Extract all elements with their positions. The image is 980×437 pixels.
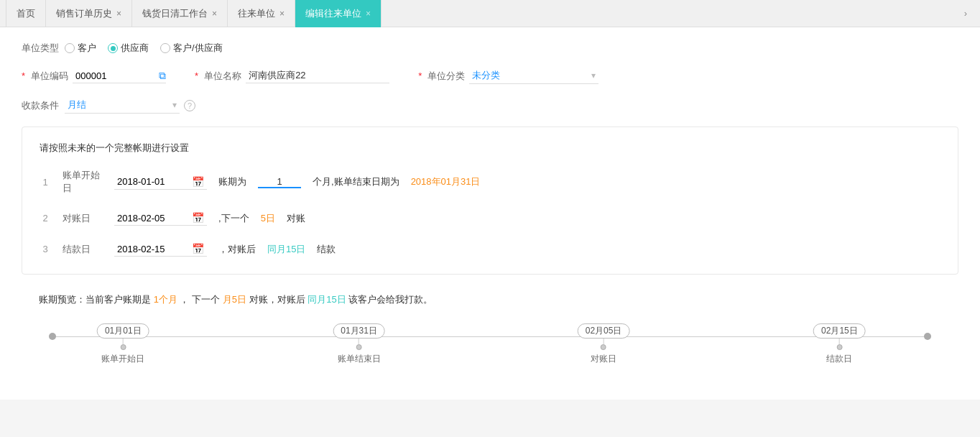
unit-category-value: 未分类	[472, 69, 591, 82]
tab-partner[interactable]: 往来单位 ×	[228, 0, 295, 27]
unit-type-radio-group: 客户 供应商 客户/供应商	[65, 42, 223, 55]
period-highlight-3: 同月15日	[267, 243, 305, 256]
period-label-3: 结款日	[63, 243, 103, 256]
tab-partner-close[interactable]: ×	[279, 9, 285, 19]
date-input-1: 📅	[114, 175, 207, 190]
period-desc-1-pre: 账期为	[218, 175, 246, 188]
calendar-icon-2[interactable]: 📅	[192, 212, 204, 224]
month-input[interactable]	[258, 176, 301, 188]
timeline-badge-4: 02月15日	[813, 323, 866, 339]
unit-name-field: * 单位名称	[195, 69, 389, 83]
preview-part2-pre: 下一个	[192, 294, 220, 305]
help-icon[interactable]: ?	[184, 100, 195, 111]
timeline-badge-2: 01月31日	[333, 323, 385, 339]
period-box: 请按照未来的一个完整帐期进行设置 1 账单开始日 📅 账期为 个月,账单结束日期…	[22, 126, 958, 275]
unit-category-arrow: ▾	[591, 70, 596, 80]
timeline-label-3: 对账日	[591, 353, 616, 365]
timeline-dot-3	[601, 344, 606, 350]
radio-customer[interactable]: 客户	[65, 42, 96, 55]
period-label-2: 对账日	[63, 212, 103, 225]
date-field-3[interactable]	[117, 244, 189, 254]
timeline-end-dot	[924, 333, 931, 340]
timeline-dot-4	[836, 344, 842, 350]
tab-more-button[interactable]: ›	[957, 8, 974, 19]
preview-label: 账期预览：当前客户账期是	[39, 294, 151, 305]
unit-code-input-wrap: ⧉	[73, 69, 166, 83]
date-field-2[interactable]	[117, 213, 189, 224]
period-num-1: 1	[40, 177, 51, 188]
preview-section: 账期预览：当前客户账期是 1个月 ， 下一个 月5日 对账，对账后 同月15日 …	[22, 282, 958, 385]
unit-name-star: *	[195, 70, 198, 81]
unit-name-input[interactable]	[246, 69, 389, 83]
period-num-2: 2	[40, 213, 51, 224]
copy-icon[interactable]: ⧉	[159, 70, 166, 82]
timeline-node-2: 01月31日 账单结束日	[333, 323, 385, 365]
payment-row: 收款条件 月结 ▾ ?	[22, 97, 958, 114]
tab-home[interactable]: 首页	[6, 0, 46, 27]
period-row-3: 3 结款日 📅 ，对账后 同月15日 结款	[40, 242, 940, 257]
period-desc-2-post: 对账	[287, 212, 305, 225]
tab-cash-work-close[interactable]: ×	[212, 9, 217, 19]
timeline-connector-2	[359, 339, 359, 344]
timeline-label-4: 结款日	[826, 353, 852, 365]
tab-sales-history-close[interactable]: ×	[116, 9, 121, 19]
timeline-line	[53, 336, 927, 337]
period-label-1: 账单开始日	[63, 169, 103, 195]
unit-name-label: 单位名称	[204, 70, 241, 83]
date-field-1[interactable]	[117, 176, 189, 187]
timeline-label-2: 账单结束日	[338, 353, 381, 365]
period-desc-3-pre: ，对账后	[218, 243, 256, 256]
unit-code-input[interactable]	[73, 69, 159, 83]
period-row-2: 2 对账日 📅 ,下一个 5日 对账	[40, 211, 940, 226]
radio-both-circle	[160, 43, 170, 53]
payment-select[interactable]: 月结 ▾	[65, 97, 180, 114]
payment-label: 收款条件	[22, 99, 59, 112]
timeline-label-1: 账单开始日	[101, 353, 144, 365]
unit-type-row: 单位类型 客户 供应商 客户/供应商	[22, 42, 958, 55]
unit-category-field: * 单位分类 未分类 ▾	[418, 68, 598, 84]
timeline-dot-2	[356, 344, 362, 350]
tab-edit-partner[interactable]: 编辑往来单位 ×	[295, 0, 382, 27]
payment-arrow: ▾	[172, 100, 177, 110]
tab-cash-work[interactable]: 钱货日清工作台 ×	[132, 0, 228, 27]
preview-sep1: ，	[180, 294, 189, 305]
timeline-start-dot	[49, 333, 56, 340]
radio-supplier[interactable]: 供应商	[108, 42, 149, 55]
payment-value: 月结	[68, 98, 172, 111]
timeline-node-4: 02月15日 结款日	[813, 323, 866, 365]
preview-part3: 同月15日	[308, 294, 346, 305]
timeline-node-1: 01月01日 账单开始日	[97, 323, 149, 365]
unit-category-label: 单位分类	[427, 70, 465, 83]
calendar-icon-1[interactable]: 📅	[192, 176, 204, 188]
preview-part4: 该客户会给我打款。	[348, 294, 433, 305]
main-content: 单位类型 客户 供应商 客户/供应商 * 单位编码 ⧉	[0, 27, 980, 400]
radio-supplier-circle	[108, 43, 118, 53]
period-highlight-1: 2018年01月31日	[411, 175, 481, 188]
unit-code-star: *	[22, 70, 25, 81]
timeline-dot-1	[120, 344, 126, 350]
timeline-connector-1	[123, 339, 124, 344]
calendar-icon-3[interactable]: 📅	[192, 243, 204, 254]
timeline-node-3: 02月05日 对账日	[578, 323, 630, 365]
preview-text: 账期预览：当前客户账期是 1个月 ， 下一个 月5日 对账，对账后 同月15日 …	[39, 293, 941, 306]
timeline: 01月01日 账单开始日 01月31日 账单结束日 02月05日 对账日	[53, 323, 927, 374]
unit-type-label: 单位类型	[22, 42, 59, 55]
tab-sales-history[interactable]: 销售订单历史 ×	[46, 0, 132, 27]
unit-code-label: 单位编码	[31, 70, 68, 83]
period-desc-1-post: 个月,账单结束日期为	[313, 175, 399, 188]
radio-both[interactable]: 客户/供应商	[160, 42, 223, 55]
preview-part1: 1个月	[154, 294, 177, 305]
period-row-1: 1 账单开始日 📅 账期为 个月,账单结束日期为 2018年01月31日	[40, 169, 940, 195]
unit-category-select[interactable]: 未分类 ▾	[469, 68, 598, 84]
tab-edit-partner-close[interactable]: ×	[366, 9, 371, 19]
preview-part2-highlight: 月5日	[223, 294, 246, 305]
period-desc-3-post: 结款	[317, 243, 336, 256]
preview-part2-post: 对账，对账后	[249, 294, 305, 305]
date-input-3: 📅	[114, 242, 207, 257]
radio-customer-circle	[65, 43, 75, 53]
period-highlight-2: 5日	[261, 212, 275, 225]
timeline-connector-4	[839, 339, 840, 344]
date-input-2: 📅	[114, 211, 207, 226]
tab-bar: 首页 销售订单历史 × 钱货日清工作台 × 往来单位 × 编辑往来单位 × ›	[0, 0, 980, 27]
timeline-connector-3	[604, 339, 604, 344]
